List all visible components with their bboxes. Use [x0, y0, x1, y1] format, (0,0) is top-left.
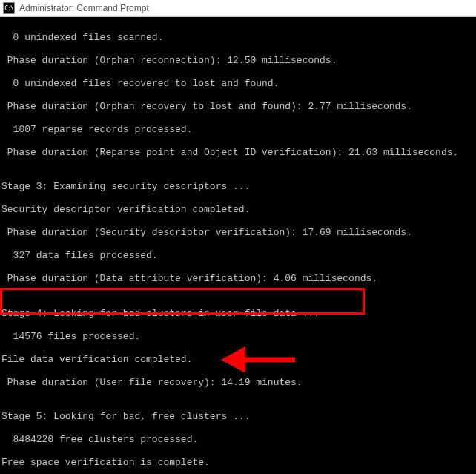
console-line: 0 unindexed files recovered to lost and …	[1, 78, 475, 90]
console-line: Phase duration (Orphan recovery to lost …	[1, 101, 475, 113]
console-line: Stage 4: Looking for bad clusters in use…	[1, 308, 475, 320]
console-line: File data verification completed.	[1, 354, 475, 366]
console-line: Phase duration (Data attribute verificat…	[1, 273, 475, 285]
console-line: Phase duration (Reparse point and Object…	[1, 147, 475, 159]
window-title: Administrator: Command Prompt	[19, 3, 149, 13]
console-line: 327 data files processed.	[1, 250, 475, 262]
console-line: Stage 5: Looking for bad, free clusters …	[1, 411, 475, 423]
console-line: Phase duration (Security descriptor veri…	[1, 227, 475, 239]
cmd-icon: C:\	[3, 2, 15, 14]
console-line: Phase duration (Orphan reconnection): 12…	[1, 55, 475, 67]
console-line: Free space verification is complete.	[1, 457, 475, 469]
console-output[interactable]: 0 unindexed files scanned. Phase duratio…	[0, 17, 476, 474]
console-line: 0 unindexed files scanned.	[1, 32, 475, 44]
console-line: 8484220 free clusters processed.	[1, 434, 475, 446]
console-line: 14576 files processed.	[1, 331, 475, 343]
console-line: Security descriptor verification complet…	[1, 204, 475, 216]
console-line: Phase duration (User file recovery): 14.…	[1, 377, 475, 389]
window-titlebar[interactable]: C:\ Administrator: Command Prompt	[0, 0, 476, 17]
console-line: 1007 reparse records processed.	[1, 124, 475, 136]
console-line: Stage 3: Examining security descriptors …	[1, 181, 475, 193]
